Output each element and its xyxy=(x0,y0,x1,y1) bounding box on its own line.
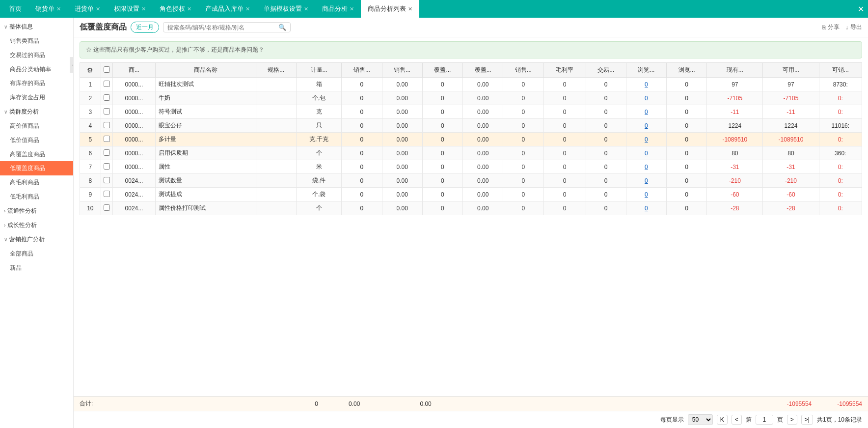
row-checkbox[interactable] xyxy=(104,149,110,156)
page-number-input[interactable] xyxy=(756,415,773,425)
prev-page-button[interactable]: < xyxy=(732,415,742,425)
row-checkbox[interactable] xyxy=(104,191,110,197)
select-all-checkbox[interactable] xyxy=(104,66,110,73)
search-icon[interactable]: 🔍 xyxy=(278,24,286,31)
col-gross[interactable]: 毛利率 xyxy=(543,63,586,78)
sidebar-item-high-profit[interactable]: 高毛利商品 xyxy=(0,175,73,190)
close-sales-icon[interactable]: ✕ xyxy=(56,0,61,18)
col-unit[interactable]: 计量... xyxy=(296,63,341,78)
share-button[interactable]: ⎘ 分享 xyxy=(822,23,840,31)
sidebar-section-marketing[interactable]: ∨ 营销推广分析 xyxy=(0,232,73,247)
close-template-icon[interactable]: ✕ xyxy=(304,0,308,18)
col-stock2[interactable]: 可用... xyxy=(763,63,819,78)
cell-browse1[interactable]: 0 xyxy=(626,146,666,160)
row-checkbox[interactable] xyxy=(104,136,110,142)
sidebar-item-new-goods[interactable]: 新品 xyxy=(0,261,73,275)
cell-browse1[interactable]: 0 xyxy=(626,119,666,133)
last-page-button[interactable]: >| xyxy=(801,415,813,425)
cell-no: 3 xyxy=(80,105,101,119)
close-analysis-icon[interactable]: ✕ xyxy=(350,0,354,18)
close-purchase-icon[interactable]: ✕ xyxy=(96,0,100,18)
sidebar-item-sales-goods[interactable]: 销售类商品 xyxy=(0,34,73,48)
export-button[interactable]: ↓ 导出 xyxy=(845,23,862,31)
sidebar-item-traded-goods[interactable]: 交易过的商品 xyxy=(0,48,73,62)
cell-browse2: 0 xyxy=(667,201,707,215)
nav-tab-template[interactable]: 单据模板设置 ✕ xyxy=(257,0,315,18)
sidebar-section-cluster[interactable]: ∨ 类群度分析 xyxy=(0,105,73,119)
cell-browse1[interactable]: 0 xyxy=(626,105,666,119)
sidebar-item-low-coverage[interactable]: 低覆盖度商品 xyxy=(0,161,73,175)
col-browse2[interactable]: 浏览... xyxy=(667,63,707,78)
col-sale2[interactable]: 销售... xyxy=(382,63,422,78)
cell-gross: 0 xyxy=(543,174,586,188)
sidebar-item-low-value[interactable]: 低价值商品 xyxy=(0,133,73,147)
cell-cov1: 0 xyxy=(422,105,462,119)
cell-cov2: 0.00 xyxy=(463,174,503,188)
row-checkbox[interactable] xyxy=(104,177,110,183)
close-analysis-list-icon[interactable]: ✕ xyxy=(408,0,412,18)
header-actions: ⎘ 分享 ↓ 导出 xyxy=(822,23,862,31)
sidebar-section-liquidity[interactable]: › 流通性分析 xyxy=(0,204,73,218)
cell-stock2: -60 xyxy=(763,188,819,201)
row-checkbox[interactable] xyxy=(104,94,110,101)
col-sale1[interactable]: 销售... xyxy=(342,63,382,78)
close-product-icon[interactable]: ✕ xyxy=(245,0,250,18)
row-checkbox[interactable] xyxy=(104,122,110,128)
search-input[interactable] xyxy=(167,24,276,31)
cell-browse1[interactable]: 0 xyxy=(626,78,666,91)
next-page-button[interactable]: > xyxy=(787,415,797,425)
cell-browse1[interactable]: 0 xyxy=(626,201,666,215)
sidebar-item-high-value[interactable]: 高价值商品 xyxy=(0,119,73,133)
col-spec[interactable]: 规格... xyxy=(256,63,296,78)
nav-tab-home[interactable]: 首页 xyxy=(2,0,28,18)
cell-sale2: 0.00 xyxy=(382,174,422,188)
col-name[interactable]: 商品名称 xyxy=(156,63,256,78)
nav-tab-role[interactable]: 角色授权 ✕ xyxy=(153,0,198,18)
page-size-select[interactable]: 50 20 100 xyxy=(688,414,713,425)
sidebar-section-growth[interactable]: › 成长性分析 xyxy=(0,218,73,232)
col-code[interactable]: 商... xyxy=(112,63,155,78)
col-browse1[interactable]: 浏览... xyxy=(626,63,666,78)
nav-tab-analysis-list[interactable]: 商品分析列表 ✕ xyxy=(361,0,419,18)
sidebar-item-high-coverage[interactable]: 高覆盖度商品 xyxy=(0,147,73,162)
row-checkbox[interactable] xyxy=(104,81,110,87)
nav-tab-sales[interactable]: 销货单 ✕ xyxy=(28,0,68,18)
sidebar-collapse-button[interactable]: « xyxy=(70,57,74,73)
page-unit: 页 xyxy=(777,416,783,424)
close-permissions-icon[interactable]: ✕ xyxy=(141,0,146,18)
cell-browse1[interactable]: 0 xyxy=(626,160,666,174)
col-cov1[interactable]: 覆盖... xyxy=(422,63,462,78)
cell-sale2: 0.00 xyxy=(382,119,422,133)
sidebar-item-all-goods[interactable]: 全部商品 xyxy=(0,247,73,261)
col-settings[interactable]: ⚙ xyxy=(80,63,101,78)
page-label: 第 xyxy=(746,416,752,424)
nav-tab-product[interactable]: 产成品入库单 ✕ xyxy=(198,0,257,18)
cell-browse1[interactable]: 0 xyxy=(626,174,666,188)
cell-browse1[interactable]: 0 xyxy=(626,133,666,146)
row-checkbox[interactable] xyxy=(104,163,110,170)
cell-gross: 0 xyxy=(543,91,586,105)
cell-browse2: 0 xyxy=(667,133,707,146)
nav-tab-permissions[interactable]: 权限设置 ✕ xyxy=(107,0,153,18)
cell-browse1[interactable]: 0 xyxy=(626,188,666,201)
sidebar-item-low-profit[interactable]: 低毛利商品 xyxy=(0,190,73,204)
first-page-button[interactable]: K xyxy=(717,415,728,425)
cell-browse1[interactable]: 0 xyxy=(626,91,666,105)
row-checkbox[interactable] xyxy=(104,204,110,211)
col-cov2[interactable]: 覆盖... xyxy=(463,63,503,78)
close-all-tabs-button[interactable]: ✕ xyxy=(858,4,864,14)
sidebar-item-in-stock[interactable]: 有库存的商品 xyxy=(0,76,73,90)
nav-tab-purchase[interactable]: 进货单 ✕ xyxy=(68,0,107,18)
nav-tab-analysis[interactable]: 商品分析 ✕ xyxy=(315,0,361,18)
col-sale4[interactable]: 可销... xyxy=(819,63,862,78)
sidebar-section-overall[interactable]: ∨ 整体信息 xyxy=(0,20,73,34)
cell-code: 0000... xyxy=(112,133,155,146)
date-filter-button[interactable]: 近一月 xyxy=(131,22,159,33)
col-trade[interactable]: 交易... xyxy=(586,63,626,78)
col-sale3[interactable]: 销售... xyxy=(503,63,543,78)
row-checkbox[interactable] xyxy=(104,108,110,114)
col-stock1[interactable]: 现有... xyxy=(707,63,763,78)
sidebar-item-category-rate[interactable]: 商品分类动销率 xyxy=(0,62,73,77)
sidebar-item-stock-capital[interactable]: 库存资金占用 xyxy=(0,90,73,105)
close-role-icon[interactable]: ✕ xyxy=(187,0,191,18)
